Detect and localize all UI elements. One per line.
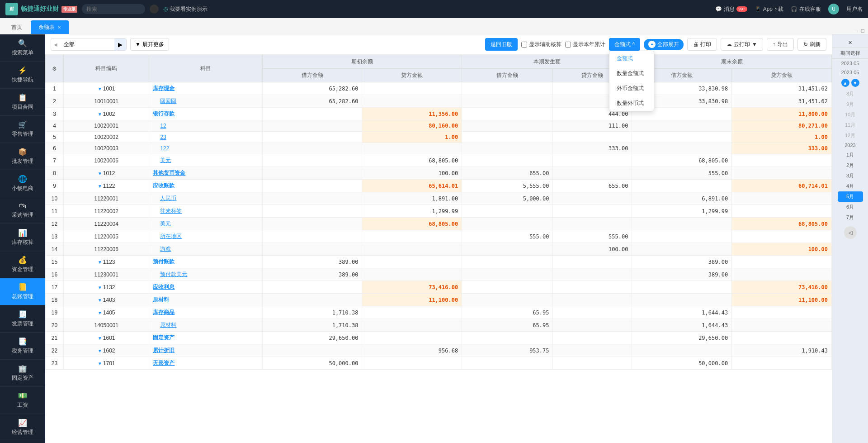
window-minimize-icon[interactable]: ─	[854, 28, 858, 34]
name-link[interactable]: 所在地区	[153, 233, 182, 239]
amount-type-option-4[interactable]: 数量外币式	[609, 96, 654, 111]
name-link[interactable]: 往来标签	[153, 208, 182, 214]
expand-more-btn[interactable]: ▼ 展开更多	[130, 38, 169, 51]
name-link[interactable]: 原材料	[153, 296, 169, 303]
prev-year-btn[interactable]: ▲	[841, 79, 849, 87]
sidebar-item-inventory[interactable]: 📊 库存核算	[0, 224, 45, 251]
refresh-btn[interactable]: ↻ 刷新	[797, 38, 826, 51]
month-10[interactable]: 10月	[838, 110, 863, 120]
tab-home[interactable]: 首页	[4, 20, 30, 34]
subsidiary-check[interactable]	[521, 42, 527, 48]
collapse-icon[interactable]: ▼	[98, 184, 102, 189]
collapse-icon[interactable]: ▼	[98, 285, 102, 290]
month-4[interactable]: 4月	[838, 181, 863, 191]
sidebar-item-wholesale[interactable]: 📦 批发管理	[0, 143, 45, 170]
demo-link[interactable]: ◎ 我要看实例演示	[163, 5, 208, 13]
top-search-input[interactable]	[82, 4, 145, 14]
row-name: 美元	[149, 218, 262, 230]
window-maximize-icon[interactable]: □	[861, 28, 864, 34]
sidebar-item-tax[interactable]: 📑 税务管理	[0, 333, 45, 360]
cloud-print-btn[interactable]: ☁ 云打印 ▼	[721, 38, 763, 51]
sidebar-item-nav[interactable]: ⚡ 快捷导航	[0, 62, 45, 89]
download-btn[interactable]: 📱 App下载	[755, 5, 783, 13]
ytd-check[interactable]	[565, 42, 571, 48]
name-link[interactable]: 回回回	[153, 98, 176, 104]
tab-balance[interactable]: 余额表 ✕	[31, 20, 69, 34]
name-link[interactable]: 122	[153, 145, 169, 152]
amount-type-option-2[interactable]: 数量金额式	[609, 66, 654, 81]
balance-table: ⚙ 科目编码 科目 期初余额 本期发生额 期末余额 借方金额 贷方金额 借方金额…	[45, 55, 832, 370]
month-7[interactable]: 7月	[838, 212, 863, 223]
name-link[interactable]: 固定资产	[153, 334, 175, 341]
name-link[interactable]: 预付账款	[153, 258, 175, 265]
sidebar-item-ops[interactable]: 📈 经营管理	[0, 414, 45, 441]
month-9[interactable]: 9月	[838, 99, 863, 110]
collapse-right-panel-btn[interactable]: ◁	[844, 226, 857, 239]
name-link[interactable]: 库存商品	[153, 309, 175, 315]
name-link[interactable]: 库存现金	[153, 85, 175, 91]
name-link[interactable]: 应收账款	[153, 182, 175, 189]
right-panel-close[interactable]: ✕	[832, 38, 868, 48]
settings-icon[interactable]: ⚙	[150, 5, 159, 14]
opening-debit	[262, 218, 362, 230]
service-btn[interactable]: 🎧 在线客服	[791, 5, 821, 13]
name-link[interactable]: 累计折旧	[153, 347, 175, 353]
sidebar-item-invoice[interactable]: 🧾 发票管理	[0, 305, 45, 333]
name-link[interactable]: 游戏	[153, 246, 171, 252]
name-link[interactable]: 美元	[153, 220, 171, 227]
next-year-btn[interactable]: ▼	[851, 79, 859, 87]
name-link[interactable]: 美元	[153, 157, 171, 163]
collapse-icon[interactable]: ▼	[98, 336, 102, 341]
sidebar-item-ledger[interactable]: 📒 总账管理	[0, 278, 45, 305]
sidebar-item-purchase[interactable]: 🛍 采购管理	[0, 197, 45, 224]
name-link[interactable]: 人民币	[153, 195, 176, 201]
expand-all-toggle[interactable]: ● 全部展开	[644, 39, 684, 50]
name-link[interactable]: 原材料	[153, 322, 176, 328]
collapse-icon[interactable]: ▼	[98, 348, 102, 353]
month-6[interactable]: 6月	[838, 202, 863, 212]
search-confirm-btn[interactable]: ▶	[114, 38, 126, 51]
amount-type-option-3[interactable]: 外币金额式	[609, 81, 654, 96]
sidebar-item-capital[interactable]: 💰 资金管理	[0, 251, 45, 278]
name-link[interactable]: 23	[153, 134, 166, 140]
amount-type-dropdown[interactable]: 金额式 ^ 金额式 数量金额式 外币金额式 数量外币式	[609, 38, 640, 51]
name-link[interactable]: 无形资产	[153, 360, 175, 366]
sidebar-item-project[interactable]: 📋 项目合同	[0, 89, 45, 116]
month-1[interactable]: 1月	[838, 150, 863, 160]
name-link[interactable]: 应收利息	[153, 284, 175, 290]
export-btn[interactable]: ↑ 导出	[767, 38, 794, 51]
amount-type-option-1[interactable]: 金额式	[609, 51, 654, 66]
collapse-icon[interactable]: ▼	[98, 86, 102, 91]
sidebar-item-salary[interactable]: 💵 工资	[0, 387, 45, 414]
show-ytd-checkbox[interactable]: 显示本年累计	[565, 41, 605, 48]
month-2[interactable]: 2月	[838, 160, 863, 171]
name-link[interactable]: 预付款美元	[153, 271, 187, 277]
show-subsidiary-checkbox[interactable]: 显示辅助核算	[521, 41, 561, 48]
col-settings[interactable]: ⚙	[46, 55, 64, 82]
collapse-icon[interactable]: ▼	[98, 112, 102, 117]
collapse-icon[interactable]: ▼	[98, 310, 102, 315]
message-btn[interactable]: 💬 消息 99+	[715, 5, 747, 13]
sidebar-item-fixed[interactable]: 🏢 固定资产	[0, 360, 45, 387]
month-8[interactable]: 8月	[838, 89, 863, 99]
name-link[interactable]: 银行存款	[153, 110, 175, 117]
collapse-icon[interactable]: ▼	[98, 171, 102, 176]
name-link[interactable]: 其他货币资金	[153, 170, 185, 176]
collapse-icon[interactable]: ▼	[98, 260, 102, 265]
month-5[interactable]: 5月	[838, 191, 863, 202]
month-11[interactable]: 11月	[838, 120, 863, 130]
month-12[interactable]: 12月	[838, 130, 863, 141]
sidebar-item-ecommerce[interactable]: 🌐 小畅电商	[0, 170, 45, 197]
sidebar-item-search[interactable]: 🔍 搜索菜单	[0, 34, 45, 62]
search-input[interactable]	[60, 41, 114, 48]
collapse-icon[interactable]: ▼	[98, 298, 102, 303]
collapse-icon[interactable]: ▼	[98, 361, 102, 366]
sidebar-item-retail[interactable]: 🛒 零售管理	[0, 116, 45, 143]
name-link[interactable]: 12	[153, 123, 166, 129]
back-old-version-btn[interactable]: 退回旧版	[485, 38, 518, 51]
sidebar-item-report[interactable]: 📄 小畅报销	[0, 441, 45, 443]
row-code: 10020006	[64, 154, 149, 167]
print-btn[interactable]: 🖨 打印	[687, 38, 717, 51]
tab-close-icon[interactable]: ✕	[57, 25, 61, 30]
month-3[interactable]: 3月	[838, 171, 863, 181]
